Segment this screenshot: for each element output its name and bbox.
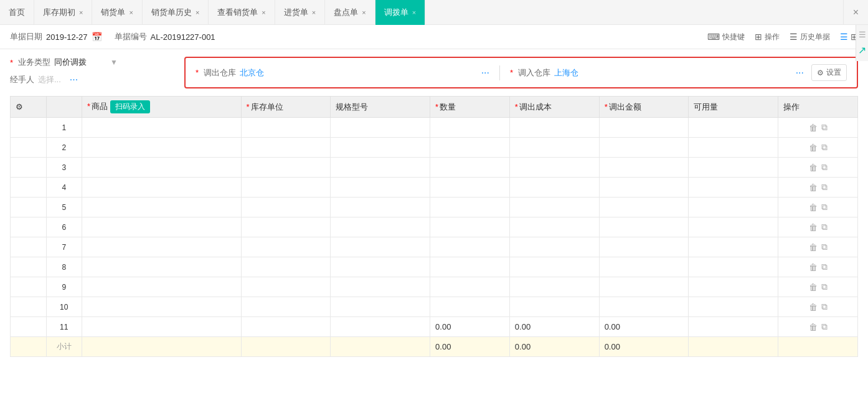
person-select[interactable]: 选择... xyxy=(38,74,61,85)
copy-row-icon-8[interactable]: ⧉ xyxy=(821,262,828,272)
row-qty-9[interactable] xyxy=(430,277,510,297)
copy-row-icon-10[interactable]: ⧉ xyxy=(821,302,828,312)
row-qty-5[interactable] xyxy=(430,198,510,217)
tab-close-check-sales[interactable]: × xyxy=(262,9,265,16)
row-qty-6[interactable] xyxy=(430,217,510,237)
row-qty-2[interactable] xyxy=(430,138,510,158)
row-amount-1[interactable] xyxy=(599,118,689,138)
row-available-2[interactable] xyxy=(689,138,778,158)
row-available-5[interactable] xyxy=(689,198,778,217)
row-cost-10[interactable] xyxy=(509,297,599,317)
tab-close-purchase-order[interactable]: × xyxy=(312,9,316,16)
tab-close-inventory-init[interactable]: × xyxy=(79,9,83,16)
th-settings[interactable]: ⚙ xyxy=(11,97,47,118)
row-unit-3[interactable] xyxy=(241,158,331,178)
tab-home[interactable]: 首页 xyxy=(0,0,34,25)
row-product-2[interactable] xyxy=(82,138,242,158)
calendar-icon[interactable]: 📅 xyxy=(92,32,102,42)
copy-row-icon-3[interactable]: ⧉ xyxy=(821,162,828,173)
copy-row-icon-5[interactable]: ⧉ xyxy=(821,202,828,212)
tab-close-sales-order[interactable]: × xyxy=(129,9,133,16)
delete-row-icon-5[interactable]: 🗑 xyxy=(809,202,818,212)
row-spec-9[interactable] xyxy=(331,277,430,297)
row-product-1[interactable] xyxy=(82,118,242,138)
row-qty-10[interactable] xyxy=(430,297,510,317)
tab-sales-order[interactable]: 销货单 × xyxy=(92,0,142,25)
row-amount-10[interactable] xyxy=(599,297,689,317)
row-available-6[interactable] xyxy=(689,217,778,237)
row-amount-6[interactable] xyxy=(599,217,689,237)
row-cost-3[interactable] xyxy=(509,158,599,178)
row-spec-4[interactable] xyxy=(331,178,430,198)
row-available-10[interactable] xyxy=(689,297,778,317)
row-qty-7[interactable] xyxy=(430,237,510,257)
copy-row-icon-4[interactable]: ⧉ xyxy=(821,182,828,193)
tab-inventory-check[interactable]: 盘点单 × xyxy=(325,0,375,25)
copy-row-icon-6[interactable]: ⧉ xyxy=(821,222,828,232)
delete-row-icon-3[interactable]: 🗑 xyxy=(809,163,818,173)
row-unit-2[interactable] xyxy=(241,138,331,158)
row-amount-5[interactable] xyxy=(599,198,689,217)
transfer-out-more-icon[interactable]: ··· xyxy=(481,67,489,79)
row-spec-7[interactable] xyxy=(331,237,430,257)
row-qty-8[interactable] xyxy=(430,257,510,277)
row-spec-1[interactable] xyxy=(331,118,430,138)
copy-row-icon-9[interactable]: ⧉ xyxy=(821,282,828,292)
transfer-in-value[interactable]: 上海仓 xyxy=(554,67,578,79)
tab-purchase-order[interactable]: 进货单 × xyxy=(275,0,325,25)
row-unit-9[interactable] xyxy=(241,277,331,297)
tab-close-transfer[interactable]: × xyxy=(412,9,416,16)
settings-button[interactable]: ⚙ 设置 xyxy=(811,64,847,81)
sidebar-export-icon[interactable]: ↗ xyxy=(858,44,866,56)
history-action[interactable]: ☰ 历史单据 xyxy=(790,32,830,42)
row-qty-1[interactable] xyxy=(430,118,510,138)
row-cost-6[interactable] xyxy=(509,217,599,237)
business-type-arrow[interactable]: ▼ xyxy=(110,58,118,67)
row-cost-7[interactable] xyxy=(509,237,599,257)
row-unit-10[interactable] xyxy=(241,297,331,317)
row-amount-7[interactable] xyxy=(599,237,689,257)
delete-row-icon-9[interactable]: 🗑 xyxy=(809,282,818,292)
row-qty-4[interactable] xyxy=(430,178,510,198)
person-more-icon[interactable]: ··· xyxy=(70,74,78,85)
row-qty-3[interactable] xyxy=(430,158,510,178)
transfer-in-more-icon[interactable]: ··· xyxy=(796,67,804,79)
row-product-5[interactable] xyxy=(82,198,242,217)
row-available-7[interactable] xyxy=(689,237,778,257)
shortcuts-action[interactable]: ⌨ 快捷键 xyxy=(707,32,745,42)
tab-check-sales[interactable]: 查看销货单 × xyxy=(209,0,275,25)
row-amount-3[interactable] xyxy=(599,158,689,178)
row-spec-3[interactable] xyxy=(331,158,430,178)
copy-icon[interactable]: ⧉ xyxy=(821,321,828,332)
row-product-9[interactable] xyxy=(82,277,242,297)
row-spec-6[interactable] xyxy=(331,217,430,237)
window-close-button[interactable]: × xyxy=(843,0,868,25)
row-spec-2[interactable] xyxy=(331,138,430,158)
row-unit-4[interactable] xyxy=(241,178,331,198)
row-amount-2[interactable] xyxy=(599,138,689,158)
row-cost-8[interactable] xyxy=(509,257,599,277)
row-spec-8[interactable] xyxy=(331,257,430,277)
row-amount-4[interactable] xyxy=(599,178,689,198)
row-unit-5[interactable] xyxy=(241,198,331,217)
row-unit-7[interactable] xyxy=(241,237,331,257)
delete-row-icon-7[interactable]: 🗑 xyxy=(809,242,818,252)
row-available-1[interactable] xyxy=(689,118,778,138)
delete-icon[interactable]: 🗑 xyxy=(809,322,818,332)
row-product-3[interactable] xyxy=(82,158,242,178)
delete-row-icon-10[interactable]: 🗑 xyxy=(809,302,818,312)
row-unit-8[interactable] xyxy=(241,257,331,277)
delete-row-icon-8[interactable]: 🗑 xyxy=(809,262,818,272)
row-available-3[interactable] xyxy=(689,158,778,178)
row-available-4[interactable] xyxy=(689,178,778,198)
copy-row-icon-1[interactable]: ⧉ xyxy=(821,122,828,133)
row-product-10[interactable] xyxy=(82,297,242,317)
copy-row-icon-2[interactable]: ⧉ xyxy=(821,142,828,153)
delete-row-icon-4[interactable]: 🗑 xyxy=(809,183,818,193)
row-spec-5[interactable] xyxy=(331,198,430,217)
transfer-out-value[interactable]: 北京仓 xyxy=(240,67,264,79)
tab-sales-history[interactable]: 销货单历史 × xyxy=(143,0,209,25)
delete-row-icon-6[interactable]: 🗑 xyxy=(809,222,818,232)
sidebar-list-icon[interactable]: ☰ xyxy=(859,30,866,39)
tab-inventory-init[interactable]: 库存期初 × xyxy=(34,0,92,25)
